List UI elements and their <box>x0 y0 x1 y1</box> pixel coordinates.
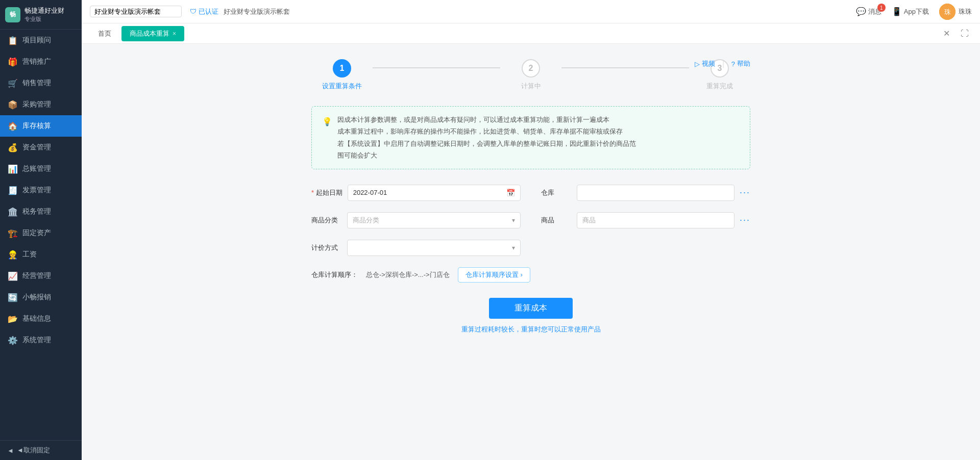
form-row-1: 起始日期 2022-07-01 📅 仓库 ··· <box>311 185 750 201</box>
message-badge: 1 <box>877 4 886 12</box>
help-area: ▷ 视频 | ? 帮助 <box>695 59 750 68</box>
recalc-button[interactable]: 重算成本 <box>489 298 573 319</box>
inventory-icon: 🏠 <box>7 120 18 132</box>
topbar: 好业财专业版演示帐套 好业财专业版演示帐套 🛡 已认证 好业财专业版演示帐套 💬… <box>82 0 980 23</box>
sidebar-item-project[interactable]: 📋 项目顾问 <box>0 30 82 51</box>
sidebar-item-label: 项目顾问 <box>22 36 51 45</box>
stepper-section: 1 设置重算条件 2 计算中 3 <box>311 59 750 91</box>
pricing-dropdown-icon: ▾ <box>512 244 515 251</box>
app-name: 畅捷通好业财 <box>24 6 64 15</box>
recalc-hint: 重算过程耗时较长，重算时您可以正常使用产品 <box>311 325 750 334</box>
sidebar-item-label: 采购管理 <box>22 100 51 109</box>
category-dropdown-icon: ▾ <box>512 217 515 224</box>
account-selector[interactable]: 好业财专业版演示帐套 <box>90 6 182 17</box>
info-bulb-icon: 💡 <box>322 115 332 162</box>
form-group-pricing: 计价方式 ▾ <box>311 240 521 256</box>
start-date-input[interactable]: 2022-07-01 📅 <box>348 185 521 201</box>
message-button[interactable]: 💬 消息 1 <box>856 7 881 16</box>
category-select[interactable]: 商品分类 ▾ <box>347 212 521 228</box>
sidebar-item-ops[interactable]: 📈 经营管理 <box>0 265 82 287</box>
step2-circle: 2 <box>522 59 540 78</box>
info-line4: 围可能会扩大 <box>337 149 636 161</box>
main-area: 好业财专业版演示帐套 好业财专业版演示帐套 🛡 已认证 好业财专业版演示帐套 💬… <box>82 0 980 460</box>
help-button[interactable]: ? 帮助 <box>731 59 750 68</box>
sidebar-item-label: 资金管理 <box>22 143 51 152</box>
salary-icon: 👷 <box>7 249 18 260</box>
sidebar-item-assets[interactable]: 🏗️ 固定资产 <box>0 222 82 244</box>
sidebar-item-marketing[interactable]: 🎁 营销推广 <box>0 51 82 72</box>
certified-label: 已认证 <box>199 7 218 16</box>
warehouse-order-btn-label: 仓库计算顺序设置 <box>465 270 519 279</box>
system-icon: ⚙️ <box>7 335 18 346</box>
sidebar-item-label: 销售管理 <box>22 79 51 88</box>
tab-home-label: 首页 <box>98 29 111 38</box>
tab-home[interactable]: 首页 <box>90 26 119 41</box>
step2: 2 计算中 <box>500 59 561 91</box>
form-group-warehouse: 仓库 ··· <box>541 185 750 201</box>
accounting-icon: 📊 <box>7 163 18 174</box>
sidebar-item-label: 系统管理 <box>22 336 51 345</box>
sidebar-item-expense[interactable]: 🔄 小畅报销 <box>0 287 82 308</box>
sidebar-item-purchase[interactable]: 📦 采购管理 <box>0 94 82 115</box>
warehouse-more-button[interactable]: ··· <box>740 187 750 198</box>
info-line1: 因成本计算参数调整，或是对商品成本有疑问时，可以通过成本重算功能，重新计算一遍成… <box>337 114 636 125</box>
basic-icon: 📂 <box>7 313 18 324</box>
step-connector-1 <box>373 67 500 68</box>
sidebar-item-basic[interactable]: 📂 基础信息 <box>0 308 82 329</box>
warehouse-input[interactable] <box>577 185 734 201</box>
sidebar-unpin-button[interactable]: ◄ ◄取消固定 <box>0 440 82 460</box>
goods-input[interactable]: 商品 <box>577 212 734 228</box>
calendar-icon[interactable]: 📅 <box>506 189 515 197</box>
assets-icon: 🏗️ <box>7 227 18 239</box>
sidebar-item-label: 基础信息 <box>22 314 51 323</box>
goods-placeholder: 商品 <box>582 216 729 225</box>
warehouse-order-value: 总仓->深圳仓库->...->门店仓 <box>366 270 450 279</box>
help-label: 帮助 <box>737 59 750 68</box>
close-window-button[interactable]: ✕ <box>939 27 953 41</box>
sidebar-item-salary[interactable]: 👷 工资 <box>0 244 82 265</box>
tab-close-button[interactable]: × <box>173 30 176 37</box>
sidebar-item-sales[interactable]: 🛒 销售管理 <box>0 72 82 94</box>
sidebar-item-label: 工资 <box>22 250 37 259</box>
sidebar-item-inventory[interactable]: 🏠 库存核算 <box>0 115 82 137</box>
form-group-category: 商品分类 商品分类 ▾ <box>311 212 521 228</box>
start-date-value: 2022-07-01 <box>353 189 502 196</box>
form-group-goods: 商品 商品 ··· <box>541 212 750 228</box>
step-connector-2 <box>561 67 689 68</box>
app-edition: 专业版 <box>24 15 64 23</box>
purchase-icon: 📦 <box>7 99 18 110</box>
warehouse-order-row: 仓库计算顺序： 总仓->深圳仓库->...->门店仓 仓库计算顺序设置 › <box>311 267 750 283</box>
sidebar-item-system[interactable]: ⚙️ 系统管理 <box>0 329 82 351</box>
app-download-button[interactable]: 📱 App下载 <box>892 7 929 16</box>
sidebar: 畅 畅捷通好业财 专业版 📋 项目顾问 🎁 营销推广 🛒 销售管理 📦 采购管理… <box>0 0 82 460</box>
svg-text:珠: 珠 <box>944 8 951 16</box>
pricing-label: 计价方式 <box>311 243 342 252</box>
start-date-label: 起始日期 <box>311 188 342 197</box>
sidebar-item-label: 发票管理 <box>22 186 51 195</box>
user-menu-button[interactable]: 珠 珠珠 <box>939 4 972 20</box>
user-name: 珠珠 <box>959 7 972 16</box>
play-icon: ▷ <box>695 60 700 68</box>
form-row-2: 商品分类 商品分类 ▾ 商品 商品 ··· <box>311 212 750 228</box>
sidebar-item-tax[interactable]: 🏛️ 税务管理 <box>0 201 82 222</box>
video-help-button[interactable]: ▷ 视频 <box>695 59 715 68</box>
form-row-3: 计价方式 ▾ <box>311 240 750 256</box>
maximize-window-button[interactable]: ⛶ <box>958 27 972 41</box>
sidebar-item-finance[interactable]: 💰 资金管理 <box>0 137 82 158</box>
info-content: 因成本计算参数调整，或是对商品成本有疑问时，可以通过成本重算功能，重新计算一遍成… <box>337 114 636 162</box>
step1-num: 1 <box>340 64 345 73</box>
unpin-icon: ◄ <box>7 447 14 454</box>
warehouse-label: 仓库 <box>541 188 572 197</box>
sidebar-item-accounting[interactable]: 📊 总账管理 <box>0 158 82 180</box>
goods-more-button[interactable]: ··· <box>740 215 750 225</box>
sidebar-item-label: 总账管理 <box>22 164 51 173</box>
category-label: 商品分类 <box>311 216 342 225</box>
app-download-label: App下载 <box>904 7 929 16</box>
sidebar-item-invoice[interactable]: 🧾 发票管理 <box>0 180 82 201</box>
category-placeholder: 商品分类 <box>353 216 379 225</box>
pricing-select[interactable]: ▾ <box>347 240 521 256</box>
tab-cost-recalc[interactable]: 商品成本重算 × <box>121 26 184 41</box>
step1: 1 设置重算条件 <box>311 59 373 91</box>
warehouse-order-settings-button[interactable]: 仓库计算顺序设置 › <box>458 267 530 283</box>
ops-icon: 📈 <box>7 270 18 282</box>
